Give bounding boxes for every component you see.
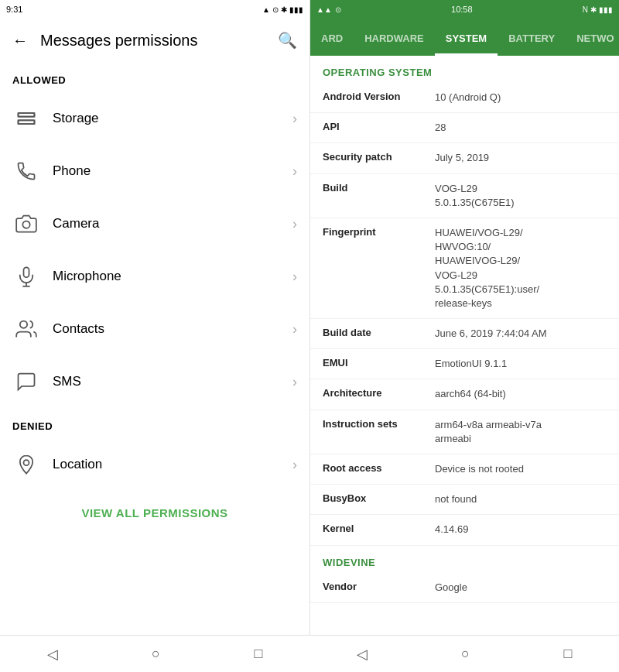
svg-rect-3 [24, 267, 29, 277]
battery-icon-right: ▮▮▮ [599, 5, 613, 14]
android-version-row: Android Version 10 (Android Q) [310, 83, 619, 113]
permission-contacts[interactable]: Contacts › [0, 303, 310, 355]
status-bar-right: ▲▲ ⊙ 10:58 N ✱ ▮▮▮ [310, 0, 619, 19]
svg-point-2 [22, 221, 29, 228]
emui-row: EMUI EmotionUI 9.1.1 [310, 349, 619, 379]
contacts-label: Contacts [53, 321, 292, 337]
busybox-value: not found [435, 492, 607, 506]
instruction-sets-label: Instruction sets [323, 418, 435, 446]
architecture-row: Architecture aarch64 (64-bit) [310, 379, 619, 410]
sms-icon [12, 368, 40, 396]
os-section-heading: OPERATING SYSTEM [310, 56, 619, 83]
permission-microphone[interactable]: Microphone › [0, 250, 310, 303]
fingerprint-label: Fingerprint [323, 226, 435, 310]
left-panel: 9:31 ▲ ⊙ ✱ ▮▮▮ ← Messages permissions 🔍 … [0, 0, 310, 672]
contacts-icon [12, 315, 40, 343]
microphone-icon [12, 262, 40, 290]
wifi-icon-left: ⊙ [272, 5, 279, 14]
build-date-label: Build date [323, 327, 435, 341]
camera-chevron: › [292, 216, 297, 232]
wifi-icon-right: ⊙ [335, 5, 341, 14]
emui-label: EMUI [323, 357, 435, 371]
back-nav-icon-right[interactable]: ◁ [357, 646, 368, 663]
bluetooth-icon-right: ✱ [590, 5, 597, 14]
camera-icon [12, 210, 40, 238]
tab-ard[interactable]: ARD [310, 23, 354, 56]
root-access-row: Root access Device is not rooted [310, 454, 619, 485]
tab-network[interactable]: NETWO [566, 23, 619, 56]
microphone-chevron: › [292, 269, 297, 285]
api-value: 28 [435, 121, 607, 135]
kernel-row: Kernel 4.14.69 [310, 515, 619, 545]
contacts-chevron: › [292, 321, 297, 338]
build-date-value: June 6, 2019 7:44:04 AM [435, 327, 607, 341]
status-icons-right: N ✱ ▮▮▮ [583, 5, 613, 14]
content-right: OPERATING SYSTEM Android Version 10 (And… [310, 56, 619, 672]
tab-battery[interactable]: BATTERY [498, 23, 566, 56]
widevine-section-heading: WIDEVINE [310, 546, 619, 573]
sms-chevron: › [292, 374, 297, 390]
security-patch-row: Security patch July 5, 2019 [310, 143, 619, 173]
search-icon-left[interactable]: 🔍 [278, 31, 297, 50]
vendor-row: Vendor Google [310, 573, 619, 603]
home-nav-icon-right[interactable]: ○ [461, 646, 470, 662]
kernel-value: 4.14.69 [435, 523, 607, 537]
instruction-sets-row: Instruction sets arm64-v8a armeabi-v7aar… [310, 410, 619, 454]
battery-icon-left: ▮▮▮ [289, 5, 303, 14]
recents-nav-icon-left[interactable]: □ [254, 646, 262, 662]
phone-icon [12, 157, 40, 185]
build-label: Build [323, 182, 435, 210]
tab-hardware[interactable]: HARDWARE [354, 23, 435, 56]
recents-nav-icon-right[interactable]: □ [563, 646, 572, 662]
api-label: API [323, 121, 435, 135]
android-version-value: 10 (Android Q) [435, 91, 607, 105]
status-bar-left: 9:31 ▲ ⊙ ✱ ▮▮▮ [0, 0, 310, 19]
instruction-sets-value: arm64-v8a armeabi-v7aarmeabi [435, 418, 607, 446]
back-button[interactable]: ← [12, 32, 28, 50]
location-chevron: › [292, 457, 297, 473]
permission-sms[interactable]: SMS › [0, 355, 310, 408]
build-value: VOG-L295.0.1.35(C675E1) [435, 182, 607, 210]
allowed-section-label: ALLOWED [0, 62, 310, 92]
location-icon [12, 451, 40, 478]
emui-value: EmotionUI 9.1.1 [435, 357, 607, 371]
sms-label: SMS [53, 374, 292, 389]
back-nav-icon-left[interactable]: ◁ [47, 646, 58, 663]
nav-bar-left: ◁ ○ □ [0, 635, 310, 672]
svg-rect-1 [19, 120, 35, 124]
permission-phone[interactable]: Phone › [0, 145, 310, 197]
status-icons-left: ▲ ⊙ ✱ ▮▮▮ [262, 5, 303, 14]
bluetooth-icon-left: ✱ [281, 5, 287, 14]
vendor-value: Google [435, 581, 607, 595]
root-access-label: Root access [323, 462, 435, 476]
vendor-label: Vendor [323, 581, 435, 595]
denied-section-label: DENIED [0, 408, 310, 438]
architecture-value: aarch64 (64-bit) [435, 387, 607, 401]
svg-rect-0 [19, 113, 35, 117]
security-patch-label: Security patch [323, 151, 435, 165]
signal-icon-left: ▲ [262, 5, 270, 14]
android-version-label: Android Version [323, 91, 435, 105]
architecture-label: Architecture [323, 387, 435, 401]
security-patch-value: July 5, 2019 [435, 151, 607, 165]
svg-point-6 [20, 321, 27, 328]
fingerprint-value: HUAWEI/VOG-L29/HWVOG:10/HUAWEIVOG-L29/VO… [435, 226, 607, 310]
view-all-permissions-button[interactable]: VIEW ALL PERMISSIONS [0, 491, 310, 535]
camera-label: Camera [53, 216, 292, 231]
page-title-left: Messages permissions [40, 32, 265, 50]
status-time-right: 10:58 [451, 5, 473, 14]
home-nav-icon-left[interactable]: ○ [152, 646, 160, 662]
svg-point-7 [24, 460, 29, 465]
tab-system[interactable]: SYSTEM [435, 23, 498, 56]
phone-label: Phone [53, 163, 292, 179]
busybox-row: BusyBox not found [310, 485, 619, 515]
busybox-label: BusyBox [323, 492, 435, 506]
permission-camera[interactable]: Camera › [0, 197, 310, 250]
permission-location[interactable]: Location › [0, 438, 310, 491]
build-row: Build VOG-L295.0.1.35(C675E1) [310, 174, 619, 218]
root-access-value: Device is not rooted [435, 462, 607, 476]
storage-label: Storage [53, 111, 292, 126]
signal-icon-right: ▲▲ [316, 5, 332, 14]
permission-storage[interactable]: Storage › [0, 92, 310, 145]
tabs-bar-right: ARD HARDWARE SYSTEM BATTERY NETWO [310, 19, 619, 56]
